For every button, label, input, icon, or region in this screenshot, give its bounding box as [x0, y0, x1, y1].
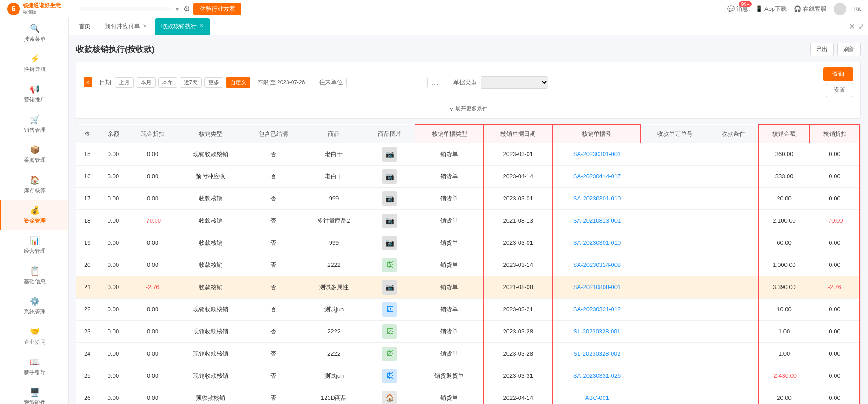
query-button[interactable]: 查询 — [823, 67, 853, 81]
goods-image: 🏠 — [382, 391, 397, 404]
table-row: 23 0.00 0.00 现销收款核销 否 2222 🖼 销货单 2023-03… — [76, 320, 860, 342]
date-btn-custom[interactable]: 自定义 — [226, 77, 250, 88]
cell-receipt-condition — [709, 165, 758, 187]
tab-collection[interactable]: 收款核销执行 ✕ — [155, 18, 210, 35]
cell-bill-no[interactable]: SA-20230321-012 — [552, 298, 641, 320]
bill-no-link[interactable]: ABC-001 — [585, 394, 609, 401]
sidebar-item-marketing[interactable]: 📢 营销推广 — [0, 79, 68, 109]
col-header-settings[interactable]: ⚙ — [76, 125, 98, 143]
solution-button[interactable]: 体验行业方案 — [193, 3, 241, 15]
sidebar-item-hardware[interactable]: 🖥️ 智能硬件 — [0, 382, 68, 404]
cell-bill-date: 2021-08-13 — [484, 209, 552, 232]
date-btn-more[interactable]: 更多 — [204, 77, 223, 88]
sidebar-item-system[interactable]: ⚙️ 系统管理 — [0, 291, 68, 321]
cell-bill-no[interactable]: SL-20230328-002 — [552, 342, 641, 365]
tab-home[interactable]: 首页 — [72, 18, 97, 35]
date-btn-this-year[interactable]: 本年 — [158, 77, 177, 88]
content-area: 首页 预付冲应付单 ✕ 收款核销执行 ✕ ✕ ⤢ 收款核销执行(按收款) 导 — [69, 18, 868, 404]
hardware-icon: 🖥️ — [30, 387, 40, 397]
cell-id: 23 — [76, 320, 98, 342]
tab-prepay-close[interactable]: ✕ — [143, 23, 147, 29]
cell-cash-discount: 0.00 — [128, 342, 177, 365]
cell-bill-no[interactable]: ABC-001 — [552, 387, 641, 404]
tab-prepay[interactable]: 预付冲应付单 ✕ — [99, 18, 153, 35]
bill-no-link[interactable]: SL-20230328-002 — [573, 350, 620, 357]
cell-verify-discount: 0.00 — [810, 187, 860, 209]
tab-expand-icon[interactable]: ⤢ — [859, 22, 864, 31]
sidebar-item-inventory[interactable]: 🏠 库存核算 — [0, 170, 68, 200]
cell-include-settled: 否 — [244, 187, 302, 209]
sidebar-item-search-menu[interactable]: 🔍 搜索菜单 — [0, 18, 68, 48]
cell-bill-no[interactable]: SA-20230301-010 — [552, 187, 641, 209]
bill-no-link[interactable]: SA-20210813-001 — [573, 217, 621, 224]
cell-bill-no[interactable]: SL-20230328-001 — [552, 320, 641, 342]
bill-no-link[interactable]: SA-20230331-026 — [573, 372, 621, 379]
cell-goods: 999 — [302, 187, 366, 209]
sidebar-label-guide: 新手引导 — [24, 369, 46, 376]
bill-no-link[interactable]: SA-20230314-008 — [573, 261, 621, 268]
bill-no-link[interactable]: SA-20230301-001 — [573, 151, 621, 157]
sidebar-item-enterprise[interactable]: 🤝 企业协同 — [0, 321, 68, 352]
filter-bill-type: 单据类型 — [453, 76, 548, 89]
settings-button[interactable]: 设置 — [826, 83, 853, 97]
col-header-goods-img: 商品图片 — [365, 125, 415, 143]
cell-goods-img: 📷 — [365, 187, 415, 209]
sidebar-item-sales[interactable]: 🛒 销售管理 — [0, 109, 68, 139]
sidebar-item-purchase[interactable]: 📦 采购管理 — [0, 139, 68, 170]
sidebar-item-operations[interactable]: 📊 经营管理 — [0, 230, 68, 261]
cell-goods-img: 🖼 — [365, 254, 415, 276]
bill-no-link[interactable]: SL-20230328-001 — [573, 328, 620, 335]
date-btn-this-month[interactable]: 本月 — [137, 77, 156, 88]
sidebar-item-guide[interactable]: 📖 新手引导 — [0, 352, 68, 382]
partner-dots: ... — [431, 79, 439, 86]
bill-no-link[interactable]: SA-20230301-010 — [573, 239, 621, 246]
cell-bill-no[interactable]: SA-20230331-026 — [552, 365, 641, 387]
partner-label: 往来单位 — [319, 78, 343, 86]
bill-no-link[interactable]: SA-20230414-017 — [573, 173, 621, 180]
sidebar-item-basic[interactable]: 📋 基础信息 — [0, 261, 68, 291]
cell-verify-type: 现销收款核销 — [177, 143, 244, 165]
gear-icon[interactable]: ⚙ — [184, 5, 190, 13]
sidebar-item-finance[interactable]: 💰 资金管理 — [0, 200, 68, 230]
cell-bill-no[interactable]: SA-20230301-001 — [552, 143, 641, 165]
cell-verify-discount: 0.00 — [810, 365, 860, 387]
cell-goods: 2222 — [302, 254, 366, 276]
bill-no-link[interactable]: SA-20230301-010 — [573, 195, 621, 202]
cell-bill-no[interactable]: SA-20230301-010 — [552, 232, 641, 254]
sidebar: 🔍 搜索菜单 ⚡ 快捷导航 📢 营销推广 🛒 销售管理 📦 采购管理 🏠 库存核… — [0, 18, 69, 404]
cell-bill-no[interactable]: SA-20230314-008 — [552, 254, 641, 276]
partner-input[interactable] — [346, 77, 428, 88]
app-download-item[interactable]: 📱 App下载 — [755, 5, 787, 13]
inventory-icon: 🏠 — [30, 175, 40, 185]
cell-include-settled: 否 — [244, 342, 302, 365]
export-button[interactable]: 导出 — [810, 43, 834, 56]
cell-include-settled: 否 — [244, 387, 302, 404]
cell-cash-discount: 0.00 — [128, 298, 177, 320]
cell-balance: 0.00 — [98, 143, 128, 165]
cell-bill-no[interactable]: SA-20210808-001 — [552, 276, 641, 298]
cell-receipt-condition — [709, 254, 758, 276]
sidebar-item-quick-nav[interactable]: ⚡ 快捷导航 — [0, 48, 68, 79]
cell-bill-type: 销货单 — [415, 165, 484, 187]
cell-bill-no[interactable]: SA-20210813-001 — [552, 209, 641, 232]
refresh-button[interactable]: 刷新 — [837, 43, 861, 56]
dropdown-arrow-icon[interactable]: ▼ — [175, 6, 180, 12]
bill-no-link[interactable]: SA-20210808-001 — [573, 284, 621, 290]
expand-conditions-button[interactable]: ∨ 展开更多条件 — [449, 105, 488, 113]
tab-collection-close[interactable]: ✕ — [199, 23, 203, 29]
notification-item[interactable]: 💬 消息 99+ — [727, 5, 748, 13]
tab-close-icon[interactable]: ✕ — [849, 22, 855, 31]
col-header-cash-discount: 现金折扣 — [128, 125, 177, 143]
cell-verify-type: 收款核销 — [177, 187, 244, 209]
online-service-item[interactable]: 🎧 在线客服 — [794, 5, 826, 13]
expand-arrow-button[interactable]: » — [84, 77, 92, 87]
bill-type-select[interactable] — [481, 76, 548, 89]
cell-bill-no[interactable]: SA-20230414-017 — [552, 165, 641, 187]
bill-no-link[interactable]: SA-20230321-012 — [573, 306, 621, 313]
date-btn-7days[interactable]: 近7天 — [180, 77, 202, 88]
user-avatar[interactable] — [834, 3, 846, 15]
cell-id: 20 — [76, 254, 98, 276]
goods-image: 🖼 — [382, 369, 397, 383]
tab-bar: 首页 预付冲应付单 ✕ 收款核销执行 ✕ ✕ ⤢ — [69, 18, 868, 35]
date-btn-last-month[interactable]: 上月 — [115, 77, 134, 88]
